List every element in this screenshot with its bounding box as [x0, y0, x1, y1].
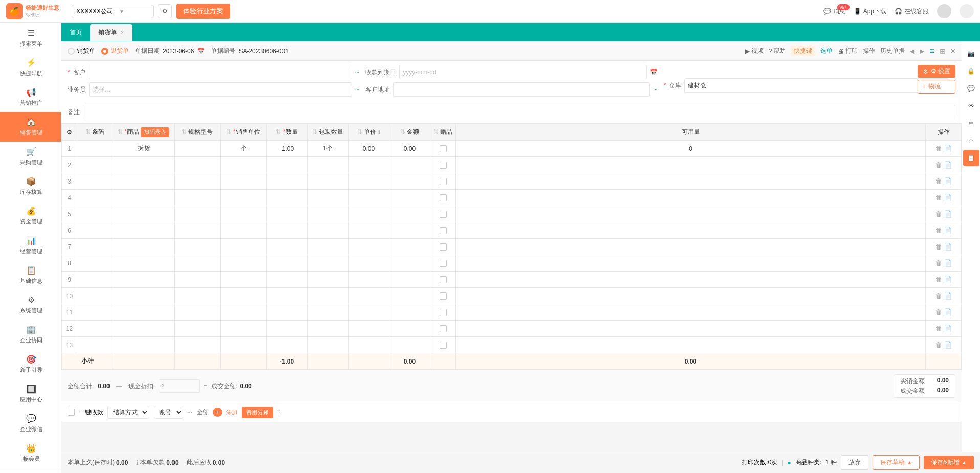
avatar-secondary[interactable] [960, 4, 974, 18]
save-draft-button[interactable]: 保存草稿 ▲ [873, 455, 920, 470]
cell-pack-qty[interactable] [308, 304, 349, 321]
copy-icon[interactable]: 📄 [944, 177, 952, 185]
copy-icon[interactable]: 📄 [944, 259, 952, 267]
cell-barcode[interactable] [77, 272, 113, 288]
cell-barcode[interactable] [77, 304, 113, 321]
gift-checkbox[interactable] [440, 325, 447, 332]
expense-help-icon[interactable]: ? [277, 409, 281, 416]
cell-product[interactable] [113, 255, 175, 272]
cell-gift[interactable] [430, 321, 456, 337]
cell-qty[interactable] [267, 321, 308, 337]
print-link[interactable]: 🖨 打印 [838, 47, 858, 55]
cell-amount[interactable] [389, 190, 430, 206]
cell-spec[interactable] [175, 222, 221, 239]
cell-unit[interactable] [221, 288, 267, 304]
th-config[interactable]: ⚙ [62, 124, 77, 141]
next-icon[interactable]: ▶ [920, 48, 924, 55]
sidebar-item-search[interactable]: ☰ 搜索菜单 [0, 23, 61, 53]
cell-pack-qty[interactable] [308, 288, 349, 304]
cell-barcode[interactable] [77, 239, 113, 255]
copy-icon[interactable]: 📄 [944, 341, 952, 349]
delete-icon[interactable]: 🗑 [935, 194, 942, 201]
video-link[interactable]: ▶ 视频 [745, 47, 764, 55]
sidebar-item-purchase[interactable]: 🛒 采购管理 [0, 142, 61, 171]
cell-spec[interactable] [175, 157, 221, 173]
cell-amount[interactable]: 0.00 [389, 141, 430, 157]
settings-button[interactable]: ⚙ ⚙ 设置 [918, 65, 955, 78]
customer-input[interactable] [89, 65, 352, 79]
cell-product[interactable] [113, 239, 175, 255]
cell-unit[interactable] [221, 222, 267, 239]
cell-amount[interactable] [389, 206, 430, 222]
rp-chat[interactable]: 💬 [963, 80, 979, 97]
expense-split-button[interactable]: 费用分摊 [242, 407, 273, 418]
cell-spec[interactable] [175, 206, 221, 222]
cell-spec[interactable] [175, 141, 221, 157]
cell-unit[interactable] [221, 272, 267, 288]
sidebar-item-sales[interactable]: 🏠 销售管理 [0, 112, 61, 142]
cell-amount[interactable] [389, 321, 430, 337]
copy-icon[interactable]: 📄 [944, 325, 952, 332]
copy-icon[interactable]: 📄 [944, 194, 952, 201]
cell-gift[interactable] [430, 157, 456, 173]
cell-unit[interactable] [221, 337, 267, 353]
sidebar-item-marketing[interactable]: 📢 营销推广 [0, 82, 61, 112]
delete-icon[interactable]: 🗑 [935, 308, 942, 316]
sidebar-item-finance[interactable]: 💰 资金管理 [0, 201, 61, 231]
sidebar-item-wechat[interactable]: 💬 企业微信 [0, 409, 61, 438]
company-selector[interactable]: XXXXXX公司 ▼ [72, 5, 154, 18]
sidebar-item-basic[interactable]: 📋 基础信息 [0, 260, 61, 290]
copy-icon[interactable]: 📄 [944, 161, 952, 169]
cell-qty[interactable] [267, 222, 308, 239]
cell-qty[interactable]: -1.00 [267, 141, 308, 157]
cell-barcode[interactable] [77, 190, 113, 206]
cell-unit[interactable] [221, 173, 267, 190]
delete-icon[interactable]: 🗑 [935, 276, 942, 283]
cell-unit-price[interactable] [349, 255, 389, 272]
radio-return-order[interactable]: 退货单 [101, 47, 129, 55]
cell-barcode[interactable] [77, 173, 113, 190]
cell-qty[interactable] [267, 304, 308, 321]
cell-unit-price[interactable] [349, 206, 389, 222]
abandon-button[interactable]: 放弃 [841, 455, 868, 470]
cell-pack-qty[interactable] [308, 157, 349, 173]
trial-button[interactable]: 体验行业方案 [176, 4, 230, 19]
cell-pack-qty[interactable] [308, 239, 349, 255]
cell-pack-qty[interactable] [308, 190, 349, 206]
salesperson-input[interactable]: 选择... [89, 82, 352, 97]
cell-unit-price[interactable] [349, 304, 389, 321]
sort-spec-icon[interactable]: ⇅ [182, 128, 187, 136]
delete-icon[interactable]: 🗑 [935, 259, 942, 267]
sort-unit-icon[interactable]: ⇅ [226, 128, 231, 136]
header-close-btn[interactable]: × [951, 47, 955, 56]
delete-icon[interactable]: 🗑 [935, 243, 942, 251]
tab-close-icon[interactable]: × [121, 30, 124, 35]
sidebar-item-system[interactable]: ⚙ 系统管理 [0, 290, 61, 320]
customer-more-btn[interactable]: ··· [355, 70, 359, 75]
cell-unit-price[interactable] [349, 239, 389, 255]
gift-checkbox[interactable] [440, 292, 447, 300]
cell-product[interactable] [113, 321, 175, 337]
copy-icon[interactable]: 📄 [944, 227, 952, 234]
cell-unit[interactable] [221, 206, 267, 222]
cell-unit-price[interactable] [349, 321, 389, 337]
cell-unit[interactable] [221, 157, 267, 173]
cell-gift[interactable] [430, 206, 456, 222]
cell-gift[interactable] [430, 141, 456, 157]
delete-icon[interactable]: 🗑 [935, 341, 942, 349]
gift-checkbox[interactable] [440, 276, 447, 283]
cell-unit-price[interactable] [349, 190, 389, 206]
copy-icon[interactable]: 📄 [944, 145, 952, 152]
gift-checkbox[interactable] [440, 145, 447, 152]
copy-icon[interactable]: 📄 [944, 243, 952, 251]
sidebar-item-operations[interactable]: 📊 经营管理 [0, 231, 61, 260]
cell-gift[interactable] [430, 222, 456, 239]
copy-icon[interactable]: 📄 [944, 292, 952, 300]
app-download-button[interactable]: 📱 App下载 [854, 7, 886, 16]
cell-amount[interactable] [389, 288, 430, 304]
message-button[interactable]: 💬 消息 99+ [823, 7, 845, 16]
cell-unit-price[interactable] [349, 222, 389, 239]
cell-amount[interactable] [389, 304, 430, 321]
cell-spec[interactable] [175, 304, 221, 321]
cell-qty[interactable] [267, 288, 308, 304]
